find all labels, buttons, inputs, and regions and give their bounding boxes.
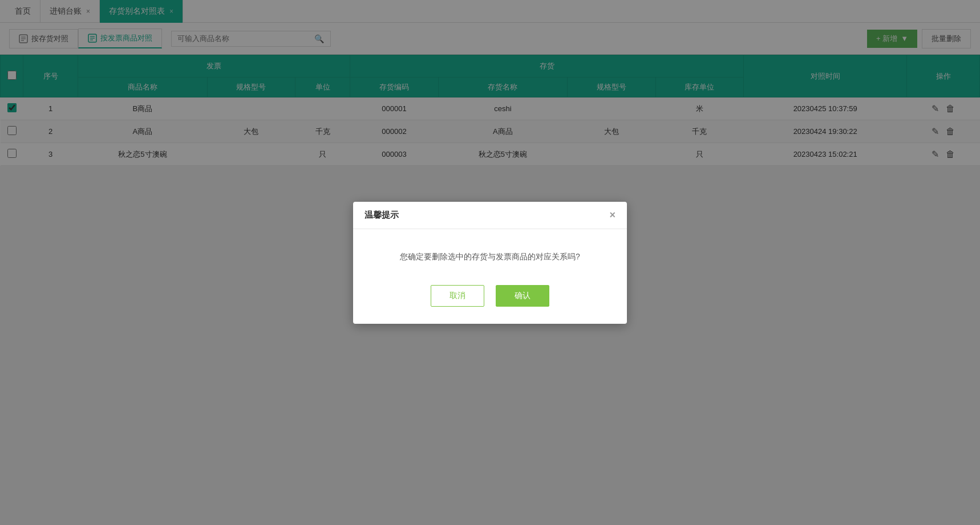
- overlay: 温馨提示 × 您确定要删除选中的存货与发票商品的对应关系吗? 取消 确认: [0, 0, 980, 166]
